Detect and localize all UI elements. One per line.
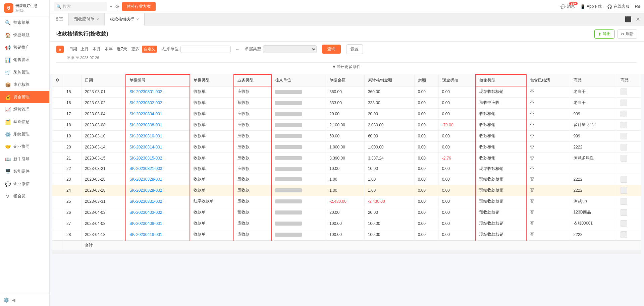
td-product: 123D商品	[570, 207, 617, 218]
sidebar-item-marketing[interactable]: 📢营销推广	[0, 41, 49, 54]
industry-btn[interactable]: 体验行业方案	[122, 2, 156, 11]
filter-bar: » 日期 上月 本月 本年 近7天 更多 自定义 往来单位 ·	[50, 42, 644, 74]
filter-date-last-month[interactable]: 上月	[79, 46, 90, 53]
horizontal-scrollbar[interactable]	[52, 251, 641, 254]
filter-date-custom[interactable]: 自定义	[142, 46, 157, 53]
filter-date-this-month[interactable]: 本月	[91, 46, 102, 53]
query-btn[interactable]: 查询	[322, 45, 341, 54]
tab-collection[interactable]: 收款核销执行 ✕	[105, 13, 145, 25]
td-balance: 0.00	[414, 108, 438, 119]
td-cash-discount: 0.00	[438, 86, 476, 97]
td-write-off-type: 收款核销	[476, 108, 526, 119]
collapse-icon[interactable]: ◀	[12, 297, 15, 303]
settings-icon[interactable]: ⚙️	[3, 297, 9, 303]
bill-no-link[interactable]: SK-20230408-001	[129, 221, 162, 226]
td-write-off-type: 现结收款核销	[476, 196, 526, 207]
sidebar-item-wechat[interactable]: 💬企业微信	[0, 178, 49, 190]
td-biz-type: 应收款	[234, 130, 271, 141]
td-bill-amount: 360.00	[326, 86, 365, 97]
td-biz-type: 应收款	[234, 185, 271, 196]
filter-date-more[interactable]: 更多	[130, 46, 141, 53]
filter-bill-type-select[interactable]	[263, 45, 317, 53]
filter-expand[interactable]: ▾ 展开更多条件	[56, 62, 637, 71]
export-icon: ⬆	[598, 32, 601, 37]
tab-prepay[interactable]: 预收应付单 ✕	[69, 13, 105, 25]
filter-settings-btn[interactable]: 设置	[346, 44, 363, 54]
topbar-user[interactable]: Rit	[635, 4, 640, 9]
tab-maximize-icon[interactable]: ⬛	[624, 15, 633, 23]
bill-no-link[interactable]: SK-20230315-002	[129, 156, 162, 161]
sidebar-item-hardware[interactable]: 🖥️智能硬件	[0, 165, 49, 178]
bill-no-link[interactable]: SK-20230403-002	[129, 210, 162, 215]
tab-prepay-close[interactable]: ✕	[96, 17, 99, 21]
bill-no-link[interactable]: SK-20230308-001	[129, 123, 162, 127]
tab-collection-close[interactable]: ✕	[136, 17, 139, 21]
bill-no-link[interactable]: SK-20230310-001	[129, 134, 162, 138]
td-bill-amount: 20.00	[326, 108, 365, 119]
bill-no-link[interactable]: SK-20230314-001	[129, 145, 162, 149]
sidebar-item-member[interactable]: V畅会员	[0, 190, 49, 202]
td-bill-no: SK-20230328-002	[126, 185, 190, 196]
td-settings	[52, 152, 63, 164]
bill-no-link[interactable]: SK-20230304-001	[129, 112, 162, 116]
sidebar-label-system: 系统管理	[13, 131, 30, 137]
bill-no-link[interactable]: SK-20230328-001	[129, 177, 162, 182]
filter-toggle[interactable]: »	[56, 46, 64, 53]
td-cumulative: 360.00	[364, 86, 414, 97]
td-biz-type: 预收款	[234, 97, 271, 108]
tab-home[interactable]: 首页	[50, 13, 69, 25]
refresh-btn[interactable]: ↻ 刷新	[617, 29, 637, 39]
filter-partner-input[interactable]	[180, 46, 231, 53]
sidebar-item-inventory[interactable]: 📦库存核算	[0, 78, 49, 91]
bill-no-link[interactable]: SK-20230418-001	[129, 232, 162, 237]
sidebar-item-finance[interactable]: 💰资金管理	[0, 91, 49, 103]
topbar-service[interactable]: 🎧 在线客服	[607, 4, 630, 9]
page-header: 收款核销执行(按收款) ⬆ 导出 ↻ 刷新	[50, 25, 644, 42]
td-row-num: 21	[63, 152, 82, 164]
sidebar-item-base[interactable]: 🗂️基础信息	[0, 116, 49, 128]
sidebar-icon-marketing: 📢	[5, 45, 11, 50]
th-product: 商品	[570, 74, 617, 86]
sidebar-item-sales[interactable]: 📊销售管理	[0, 54, 49, 66]
sidebar-item-ops[interactable]: 📈经营管理	[0, 103, 49, 116]
bill-no-link[interactable]: SK-20230302-002	[129, 101, 162, 105]
td-settings	[52, 130, 63, 141]
sidebar-item-guide[interactable]: 📖新手引导	[0, 153, 49, 165]
sidebar-item-purchase[interactable]: 🛒采购管理	[0, 66, 49, 78]
table-row: 26 2023-04-03 SK-20230403-002 收款单 预收款 20…	[52, 207, 641, 218]
filter-date-range: 不限 至 2023-07-26	[67, 55, 637, 60]
filter-date-7days[interactable]: 近7天	[115, 46, 128, 53]
topbar-search[interactable]: 🔍 搜索	[54, 2, 107, 11]
td-cumulative: 1.00	[364, 174, 414, 185]
bill-no-link[interactable]: SK-20230301-002	[129, 89, 162, 94]
tab-close-all-icon[interactable]: ✕	[634, 15, 641, 23]
sidebar-item-search[interactable]: 🔍搜索菜单	[0, 16, 49, 29]
bill-no-link[interactable]: SK-20230328-002	[129, 188, 162, 193]
td-partner	[271, 164, 326, 174]
td-cash-discount: -2.76	[438, 152, 476, 164]
td-include-settled: 否	[526, 164, 570, 174]
topbar-dropdown-icon[interactable]: ▾	[110, 4, 112, 9]
bill-no-link[interactable]: SK-20230321-003	[129, 166, 162, 171]
topbar-gear-icon[interactable]: ⚙	[115, 3, 119, 10]
filter-partner-label: 往来单位	[162, 46, 178, 52]
td-bill-amount: 333.00	[326, 97, 365, 108]
tab-home-label: 首页	[55, 16, 63, 22]
sidebar-icon-member: V	[5, 194, 11, 199]
export-btn[interactable]: ⬆ 导出	[594, 29, 614, 39]
td-cash-discount: 0.00	[438, 218, 476, 229]
bill-no-link[interactable]: SK-20230331-002	[129, 199, 162, 204]
sidebar-item-system[interactable]: ⚙️系统管理	[0, 128, 49, 140]
td-biz-type: 应收款	[234, 229, 271, 240]
filter-date-this-year[interactable]: 本年	[103, 46, 114, 53]
topbar-message[interactable]: 💬 消息 99+	[560, 4, 575, 9]
th-settings[interactable]: ⚙	[52, 74, 63, 86]
td-include-settled: 否	[526, 119, 570, 130]
sidebar-item-corp[interactable]: 🤝企业协同	[0, 140, 49, 153]
sidebar-item-quicknav[interactable]: 🏠快捷导航	[0, 29, 49, 41]
th-partner: 往来单位	[271, 74, 326, 86]
sidebar-label-hardware: 智能硬件	[13, 169, 30, 174]
td-row-num: 18	[63, 119, 82, 130]
topbar-app-download[interactable]: 📱 App下载	[580, 4, 602, 9]
tabs: 首页 预收应付单 ✕ 收款核销执行 ✕ ⬛ ✕	[50, 13, 644, 25]
